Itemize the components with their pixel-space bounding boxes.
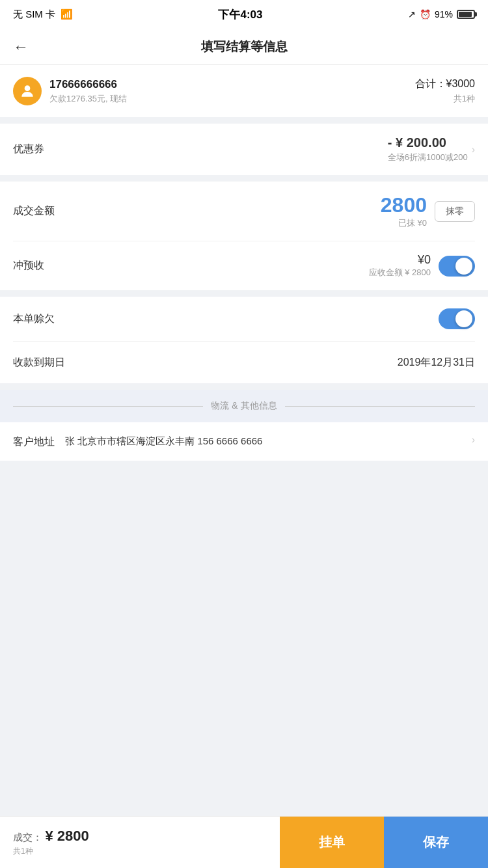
back-button[interactable]: ← <box>13 38 29 56</box>
status-bar: 无 SIM 卡 📶 下午4:03 ↗ ⏰ 91% <box>0 0 488 29</box>
coupon-label: 优惠券 <box>13 142 44 156</box>
logistics-label: 物流 & 其他信息 <box>211 400 277 412</box>
svg-point-0 <box>25 85 31 91</box>
already-rounded-text: 已抹 ¥0 <box>381 217 427 229</box>
coupon-description: 全场6折满1000减200 <box>388 152 468 163</box>
bottom-trade-label: 成交： <box>13 832 42 843</box>
separator-3 <box>0 383 488 390</box>
logistics-divider: 物流 & 其他信息 <box>0 390 488 422</box>
trade-amount-value: 2800 <box>381 193 427 217</box>
nav-bar: ← 填写结算等信息 <box>0 29 488 65</box>
avatar <box>13 77 42 105</box>
debt-form-card: 本单赊欠 收款到期日 2019年12月31日 <box>0 297 488 383</box>
wifi-icon: 📶 <box>61 8 73 20</box>
chevron-right-icon: › <box>472 144 475 156</box>
divider-line-left <box>13 406 203 407</box>
trade-amount-label: 成交金额 <box>13 204 55 218</box>
hang-order-button[interactable]: 挂单 <box>280 817 384 869</box>
due-date-value: 2019年12月31日 <box>398 356 475 370</box>
customer-phone: 17666666666 <box>49 78 127 91</box>
round-button[interactable]: 抹零 <box>435 201 475 222</box>
bottom-summary: 成交： ¥ 2800 共1种 <box>0 828 280 857</box>
prepay-sub: 应收金额 ¥ 2800 <box>369 267 431 278</box>
customer-card: 17666666666 欠款1276.35元, 现结 合计：¥3000 共1种 <box>0 65 488 117</box>
coupon-right: - ¥ 200.00 全场6折满1000减200 › <box>388 135 475 163</box>
bottom-spacer <box>0 461 488 539</box>
coupon-row[interactable]: 优惠券 - ¥ 200.00 全场6折满1000减200 › <box>0 124 488 175</box>
debt-row: 本单赊欠 <box>13 297 475 342</box>
due-date-row: 收款到期日 2019年12月31日 <box>13 342 475 383</box>
total-amount: 合计：¥3000 <box>415 77 476 91</box>
alarm-icon: ⏰ <box>420 9 431 20</box>
address-label: 客户地址 <box>13 435 55 449</box>
total-count: 共1种 <box>415 93 476 105</box>
prepay-value: ¥0 <box>369 253 431 267</box>
bottom-amount: ¥ 2800 <box>45 828 88 844</box>
coupon-discount: - ¥ 200.00 <box>388 135 468 150</box>
prepay-label: 冲预收 <box>13 259 44 273</box>
due-date-label: 收款到期日 <box>13 356 65 370</box>
page-title: 填写结算等信息 <box>39 38 449 55</box>
battery-percent: 91% <box>435 9 453 20</box>
no-sim-text: 无 SIM 卡 <box>13 8 55 21</box>
separator-2 <box>0 290 488 297</box>
trade-form-card: 成交金额 2800 已抹 ¥0 抹零 冲预收 ¥0 应收金额 ¥ 2800 <box>0 182 488 290</box>
status-time: 下午4:03 <box>218 7 262 22</box>
prepay-row: 冲预收 ¥0 应收金额 ¥ 2800 <box>13 241 475 290</box>
trade-amount-row: 成交金额 2800 已抹 ¥0 抹零 <box>13 182 475 241</box>
location-icon: ↗ <box>408 9 416 20</box>
prepay-toggle[interactable] <box>439 256 475 277</box>
debt-toggle[interactable] <box>439 308 475 329</box>
status-right: ↗ ⏰ 91% <box>408 9 475 20</box>
address-value: 张 北京市市辖区海淀区永丰南 156 6666 6666 <box>65 434 472 449</box>
debt-label: 本单赊欠 <box>13 312 55 326</box>
customer-sub: 欠款1276.35元, 现结 <box>49 93 127 105</box>
bottom-count: 共1种 <box>13 846 267 857</box>
divider-line-right <box>285 406 475 407</box>
separator-1 <box>0 175 488 182</box>
save-button[interactable]: 保存 <box>384 817 488 869</box>
address-chevron-icon: › <box>472 434 475 446</box>
battery-icon <box>457 10 475 19</box>
bottom-bar: 成交： ¥ 2800 共1种 挂单 保存 <box>0 816 488 868</box>
status-left: 无 SIM 卡 📶 <box>13 8 73 21</box>
address-row[interactable]: 客户地址 张 北京市市辖区海淀区永丰南 156 6666 6666 › <box>0 422 488 461</box>
